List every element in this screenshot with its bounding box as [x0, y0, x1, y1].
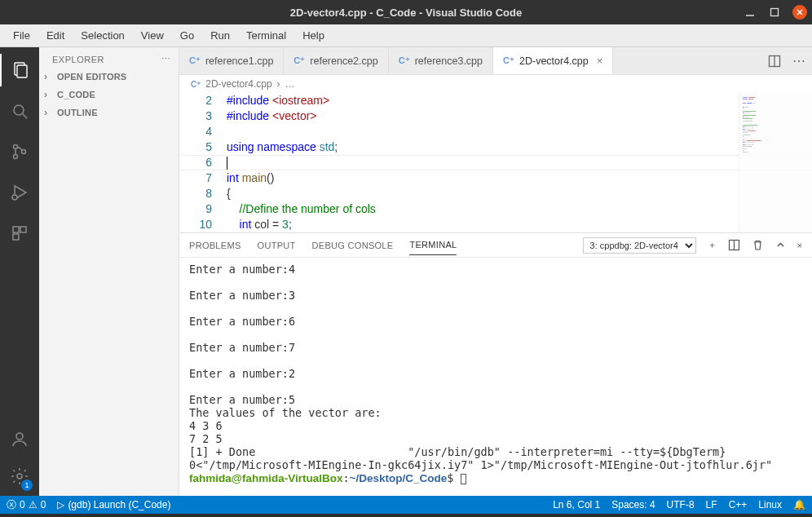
svg-point-16 — [16, 433, 23, 440]
window-title: 2D-vector4.cpp - C_Code - Visual Studio … — [0, 7, 812, 19]
svg-point-9 — [14, 155, 18, 159]
activity-bar: 1 — [0, 47, 39, 496]
status-ln-col[interactable]: Ln 6, Col 1 — [553, 499, 600, 510]
status-eol[interactable]: LF — [706, 499, 717, 510]
breadcrumb-file: 2D-vector4.cpp — [205, 78, 271, 90]
close-button[interactable] — [792, 5, 807, 20]
settings-icon[interactable]: 1 — [0, 460, 39, 493]
menu-help[interactable]: Help — [294, 26, 333, 45]
editor-area: C⁺reference1.cpp C⁺reference2.cpp C⁺refe… — [179, 47, 812, 496]
status-encoding[interactable]: UTF-8 — [667, 499, 695, 510]
split-terminal-icon[interactable] — [728, 239, 740, 251]
menu-edit[interactable]: Edit — [38, 26, 73, 45]
panel-tab-problems[interactable]: PROBLEMS — [189, 236, 241, 255]
run-debug-icon[interactable] — [0, 176, 39, 209]
close-tab-icon[interactable]: × — [597, 55, 603, 67]
section-outline[interactable]: ›OUTLINE — [39, 104, 179, 122]
trash-icon[interactable] — [752, 239, 764, 251]
code-lines[interactable]: #include <iostream> #include <vector> us… — [227, 93, 812, 232]
panel-tabs: PROBLEMS OUTPUT DEBUG CONSOLE TERMINAL 3… — [179, 233, 812, 258]
status-errors[interactable]: ⓧ0⚠0 — [7, 498, 46, 512]
menu-file[interactable]: File — [5, 26, 38, 45]
menu-terminal[interactable]: Terminal — [238, 26, 294, 45]
cpp-icon: C⁺ — [191, 80, 201, 89]
cpp-icon: C⁺ — [503, 55, 514, 66]
status-os[interactable]: Linux — [758, 499, 782, 510]
account-icon[interactable] — [0, 422, 39, 455]
svg-rect-14 — [20, 227, 26, 232]
explorer-icon[interactable] — [0, 54, 39, 86]
tab-reference3[interactable]: C⁺reference3.cpp — [389, 47, 493, 74]
section-c-code[interactable]: ›C_CODE — [39, 86, 179, 104]
svg-point-8 — [14, 145, 18, 149]
tab-reference1[interactable]: C⁺reference1.cpp — [179, 47, 284, 74]
status-bell-icon[interactable]: 🔔 — [793, 499, 805, 510]
terminal-content[interactable]: Enter a number:4 Enter a number:3 Enter … — [179, 258, 812, 496]
menu-go[interactable]: Go — [172, 26, 202, 45]
chevron-right-icon: › — [44, 89, 54, 100]
status-bar: ⓧ0⚠0 ▷(gdb) Launch (C_Code) Ln 6, Col 1 … — [0, 496, 812, 514]
extensions-icon[interactable] — [0, 217, 39, 250]
minimap[interactable]: ▬▬▬ ▬▬▬▬▬▬▬ ▬▬▬▬▬ ▬▬▬ ▬▬▬ ▬▬▬▬ ▬▬▬▬▬▬▬▬ … — [739, 93, 812, 232]
explorer-title: EXPLORER — [52, 55, 104, 64]
svg-point-12 — [12, 195, 17, 200]
titlebar: 2D-vector4.cpp - C_Code - Visual Studio … — [0, 0, 812, 24]
panel-tab-output[interactable]: OUTPUT — [258, 236, 296, 255]
menubar: File Edit Selection View Go Run Terminal… — [0, 24, 812, 47]
maximize-button[interactable] — [768, 6, 781, 19]
cpp-icon: C⁺ — [293, 55, 305, 66]
menu-selection[interactable]: Selection — [73, 26, 132, 45]
status-lang[interactable]: C++ — [729, 499, 748, 510]
editor-tabs: C⁺reference1.cpp C⁺reference2.cpp C⁺refe… — [179, 47, 812, 75]
svg-point-6 — [14, 105, 24, 115]
svg-rect-1 — [771, 9, 779, 16]
code-editor[interactable]: 2345678910 #include <iostream> #include … — [179, 93, 812, 232]
sidebar: EXPLORER ⋯ ›OPEN EDITORS ›C_CODE ›OUTLIN… — [39, 47, 179, 496]
status-spaces[interactable]: Spaces: 4 — [611, 499, 655, 510]
error-icon: ⓧ — [7, 498, 16, 512]
svg-point-17 — [17, 474, 22, 479]
debug-icon: ▷ — [57, 499, 64, 510]
explorer-more-icon[interactable]: ⋯ — [161, 54, 171, 64]
svg-line-7 — [23, 114, 27, 118]
menu-run[interactable]: Run — [202, 26, 238, 45]
cpp-icon: C⁺ — [189, 55, 201, 66]
more-actions-icon[interactable]: ⋯ — [792, 53, 805, 68]
breadcrumb-sep: › — [277, 78, 280, 90]
minimize-button[interactable] — [744, 6, 757, 19]
source-control-icon[interactable] — [0, 135, 39, 168]
new-terminal-icon[interactable]: ＋ — [708, 239, 717, 251]
tab-2d-vector4[interactable]: C⁺2D-vector4.cpp× — [493, 47, 613, 74]
cpp-icon: C⁺ — [399, 55, 410, 66]
breadcrumb-more: … — [285, 78, 295, 90]
search-icon[interactable] — [0, 95, 39, 127]
svg-rect-15 — [13, 234, 19, 240]
close-panel-icon[interactable]: × — [797, 241, 802, 250]
section-open-editors[interactable]: ›OPEN EDITORS — [39, 68, 179, 86]
warning-icon: ⚠ — [29, 499, 38, 510]
bottom-panel: PROBLEMS OUTPUT DEBUG CONSOLE TERMINAL 3… — [179, 232, 812, 496]
tab-reference2[interactable]: C⁺reference2.cpp — [284, 47, 388, 74]
split-editor-icon[interactable] — [768, 55, 781, 68]
settings-badge: 1 — [21, 479, 33, 491]
panel-tab-debug[interactable]: DEBUG CONSOLE — [312, 236, 394, 255]
terminal-select[interactable]: 3: cppdbg: 2D-vector4 — [583, 237, 696, 254]
breadcrumb[interactable]: C⁺ 2D-vector4.cpp › … — [179, 75, 812, 93]
panel-tab-terminal[interactable]: TERMINAL — [409, 235, 457, 255]
svg-rect-13 — [13, 227, 19, 232]
chevron-right-icon: › — [44, 107, 54, 118]
menu-view[interactable]: View — [133, 26, 172, 45]
chevron-right-icon: › — [44, 71, 54, 82]
status-launch[interactable]: ▷(gdb) Launch (C_Code) — [57, 499, 170, 510]
chevron-up-icon[interactable] — [775, 240, 786, 250]
svg-rect-5 — [17, 65, 27, 77]
